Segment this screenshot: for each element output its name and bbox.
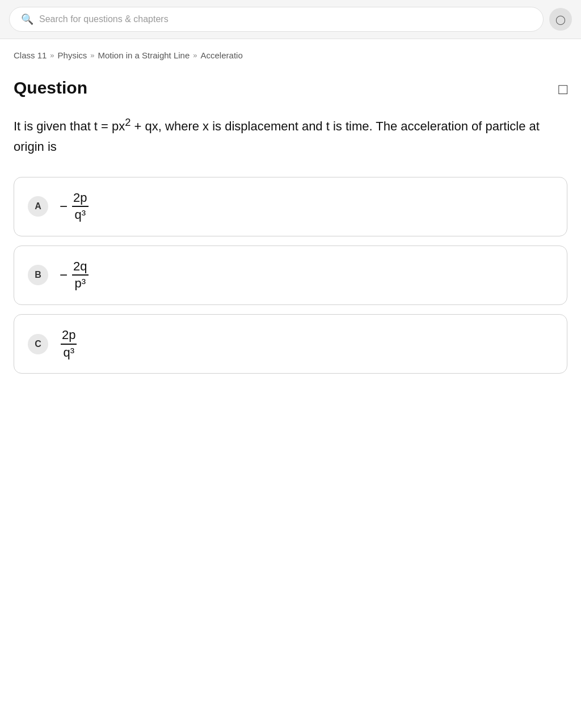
breadcrumb-sep-2: » bbox=[90, 51, 94, 60]
option-c-denominator: q³ bbox=[62, 345, 75, 361]
breadcrumb-sep-3: » bbox=[193, 51, 197, 60]
option-a-content: − 2p q³ bbox=[60, 190, 90, 223]
option-c-fraction: 2p q³ bbox=[61, 327, 77, 361]
option-c-numerator: 2p bbox=[61, 327, 77, 345]
profile-icon: ◯ bbox=[555, 14, 566, 25]
option-a-numerator: 2p bbox=[72, 190, 88, 208]
search-bar-area: 🔍 Search for questions & chapters ◯ bbox=[0, 0, 581, 39]
option-b-numerator: 2q bbox=[72, 259, 88, 276]
breadcrumb-class11[interactable]: Class 11 bbox=[14, 50, 47, 60]
option-c-label: C bbox=[28, 334, 48, 354]
option-b-content: − 2q p³ bbox=[60, 259, 90, 292]
option-b-denominator: p³ bbox=[73, 276, 87, 292]
breadcrumb-sep-1: » bbox=[50, 51, 54, 60]
search-bar[interactable]: 🔍 Search for questions & chapters bbox=[9, 7, 544, 32]
option-a-denominator: q³ bbox=[73, 207, 87, 223]
question-header: Question □ bbox=[14, 78, 567, 98]
option-b-label: B bbox=[28, 265, 48, 285]
option-a-label: A bbox=[28, 196, 48, 217]
option-b-card[interactable]: B − 2q p³ bbox=[14, 246, 567, 305]
option-c-content: 2p q³ bbox=[60, 327, 78, 361]
option-a-card[interactable]: A − 2p q³ bbox=[14, 177, 567, 236]
option-a-fraction: 2p q³ bbox=[72, 190, 88, 223]
bookmark-icon[interactable]: □ bbox=[558, 81, 567, 98]
question-text: It is given that t = px2 + qx, where x i… bbox=[14, 114, 567, 156]
breadcrumb: Class 11 » Physics » Motion in a Straigh… bbox=[0, 39, 581, 67]
question-title: Question bbox=[14, 78, 87, 98]
breadcrumb-topic[interactable]: Acceleratio bbox=[201, 50, 243, 60]
profile-button[interactable]: ◯ bbox=[549, 8, 572, 31]
option-c-card[interactable]: C 2p q³ bbox=[14, 314, 567, 374]
breadcrumb-chapter[interactable]: Motion in a Straight Line bbox=[98, 50, 190, 60]
option-a-minus: − bbox=[60, 198, 68, 214]
option-b-minus: − bbox=[60, 267, 68, 283]
breadcrumb-physics[interactable]: Physics bbox=[58, 50, 87, 60]
search-icon: 🔍 bbox=[21, 13, 33, 26]
options-list: A − 2p q³ B − 2q p³ bbox=[14, 177, 567, 374]
main-content: Question □ It is given that t = px2 + qx… bbox=[0, 67, 581, 385]
option-b-fraction: 2q p³ bbox=[72, 259, 88, 292]
question-text-part1: It is given that t = px2 + qx, where x i… bbox=[14, 119, 540, 153]
search-placeholder-text: Search for questions & chapters bbox=[39, 14, 169, 24]
